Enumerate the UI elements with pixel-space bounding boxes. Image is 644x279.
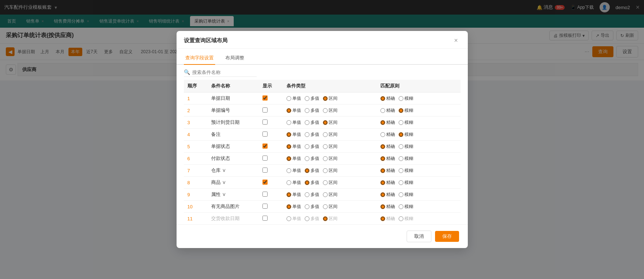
th-name: 条件名称	[208, 80, 259, 80]
dialog-title: 设置查询区域布局	[184, 37, 228, 44]
th-display: 显示	[259, 80, 283, 80]
conditions-table: 顺序 条件名称 显示 条件类型 匹配原则 1单据日期单值多值区间精确模糊2单据编…	[184, 80, 461, 80]
dialog-close-button[interactable]: ×	[452, 36, 461, 45]
dialog-tab-query-fields[interactable]: 查询字段设置	[184, 52, 215, 65]
search-icon: 🔍	[184, 69, 190, 75]
settings-dialog: 设置查询区域布局 × 查询字段设置 布局调整 🔍 顺序	[177, 31, 468, 80]
th-type: 条件类型	[283, 80, 377, 80]
dialog-tabs: 查询字段设置 布局调整	[177, 49, 468, 65]
th-match: 匹配原则	[377, 80, 460, 80]
dialog-tab-layout[interactable]: 布局调整	[224, 52, 246, 65]
modal-overlay: 设置查询区域布局 × 查询字段设置 布局调整 🔍 顺序	[0, 0, 644, 80]
search-input-wrap: 🔍	[184, 69, 257, 77]
dialog-table-wrap: 顺序 条件名称 显示 条件类型 匹配原则 1单据日期单值多值区间精确模糊2单据编…	[177, 80, 468, 80]
search-input[interactable]	[192, 70, 250, 75]
dialog-header: 设置查询区域布局 ×	[177, 31, 468, 49]
th-order: 顺序	[184, 80, 208, 80]
dialog-search-area: 🔍	[177, 65, 468, 80]
